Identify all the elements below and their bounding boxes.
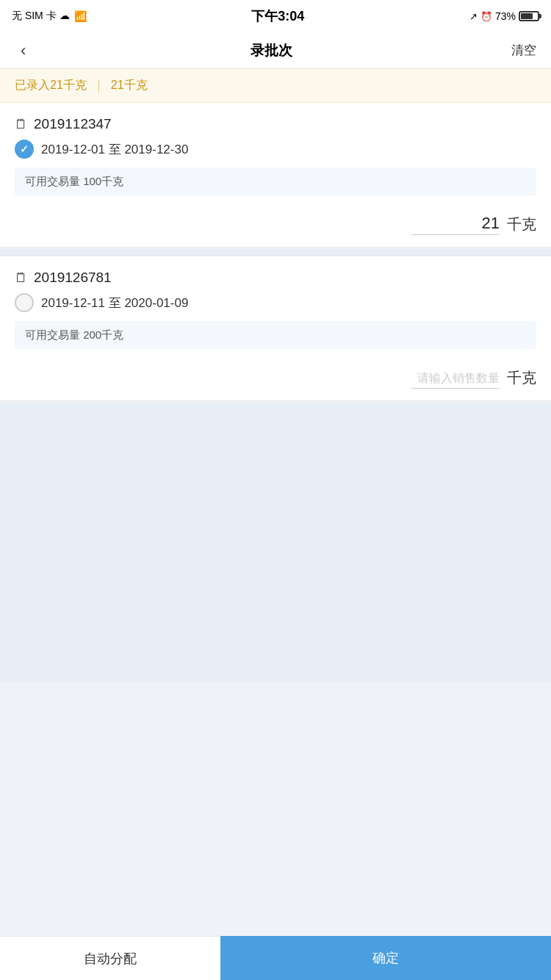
batch-1-available: 可用交易量 100千克 (15, 167, 536, 196)
battery-icon (519, 11, 539, 21)
summary-divider (98, 79, 99, 93)
batch-1-number: 2019112347 (34, 116, 112, 132)
batch-2-quantity-input[interactable] (411, 367, 500, 389)
status-left: 无 SIM 卡 ☁ 📶 (12, 10, 87, 23)
batch-2-number: 2019126781 (34, 270, 112, 286)
alarm-icon: ⏰ (480, 11, 492, 22)
batch-2-input-row: 千克 (0, 360, 551, 401)
batch-2-unit: 千克 (507, 368, 536, 388)
confirm-button[interactable]: 确定 (220, 936, 551, 980)
location-icon: ↗ (469, 11, 478, 22)
batch-1-unit: 千克 (507, 215, 536, 234)
batch-2-header: 🗒 2019126781 (0, 256, 551, 289)
status-right: ↗ ⏰ 73% (469, 10, 539, 22)
batch-1-date: 2019-12-01 至 2019-12-30 (41, 141, 188, 158)
summary-banner: 已录入21千克 21千克 (0, 69, 551, 103)
auto-distribute-button[interactable]: 自动分配 (0, 936, 220, 980)
clear-button[interactable]: 清空 (511, 42, 536, 59)
battery-label: 73% (495, 10, 516, 22)
status-bar: 无 SIM 卡 ☁ 📶 下午3:04 ↗ ⏰ 73% (0, 0, 551, 32)
batch-2-date-row[interactable]: 2019-12-11 至 2020-01-09 (0, 289, 551, 317)
wifi-icon: 📶 (74, 10, 87, 22)
summary-total: 21千克 (111, 78, 148, 93)
status-time: 下午3:04 (251, 7, 304, 25)
batch-1-header: 🗒 2019112347 (0, 103, 551, 135)
batch-1-date-row[interactable]: 2019-12-01 至 2019-12-30 (0, 135, 551, 163)
batch-1-quantity-input[interactable] (411, 214, 500, 235)
batch-1-doc-icon: 🗒 (15, 117, 28, 132)
empty-area (0, 403, 551, 682)
batch-2-radio[interactable] (15, 293, 34, 312)
batch-card-1: 🗒 2019112347 2019-12-01 至 2019-12-30 可用交… (0, 103, 551, 248)
back-button[interactable]: ‹ (15, 35, 32, 66)
sim-label: 无 SIM 卡 ☁ (12, 10, 70, 23)
page-title: 录批次 (251, 41, 292, 60)
summary-recorded: 已录入21千克 (15, 78, 87, 93)
batch-1-input-row: 千克 (0, 206, 551, 248)
batch-2-available: 可用交易量 200千克 (15, 321, 536, 350)
batch-2-doc-icon: 🗒 (15, 270, 28, 286)
action-bar: 自动分配 确定 (0, 936, 551, 980)
nav-bar: ‹ 录批次 清空 (0, 32, 551, 69)
batch-2-date: 2019-12-11 至 2020-01-09 (41, 295, 188, 311)
batch-1-radio[interactable] (15, 140, 34, 159)
batch-card-2: 🗒 2019126781 2019-12-11 至 2020-01-09 可用交… (0, 256, 551, 401)
section-divider (0, 249, 551, 256)
